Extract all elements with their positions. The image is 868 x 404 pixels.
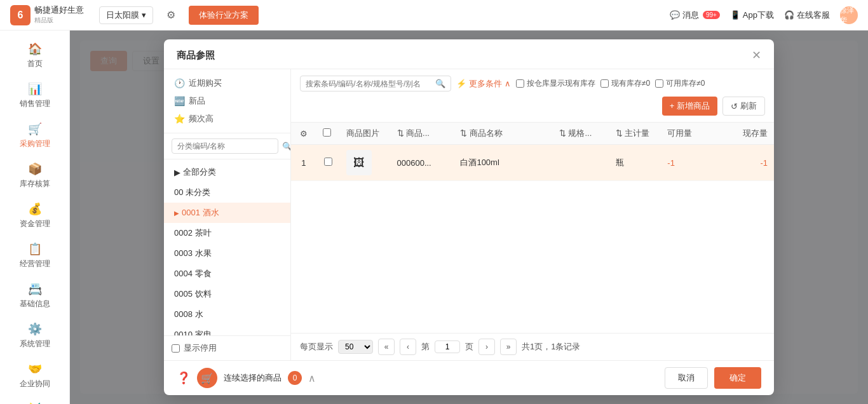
quick-new[interactable]: 🆕 新品: [172, 92, 283, 110]
warehouse-checkbox[interactable]: [516, 79, 524, 88]
page-size-select[interactable]: 50 10 20 100: [338, 340, 373, 354]
cat-bottom: 显示停用: [164, 335, 290, 360]
sidebar-item-base-info[interactable]: 📇 基础信息: [0, 276, 69, 316]
add-product-button[interactable]: + 新增商品: [662, 97, 717, 116]
search-icon[interactable]: 🔍: [435, 79, 445, 88]
operations-icon: 📋: [28, 242, 42, 256]
sidebar-item-finance[interactable]: 💰 资金管理: [0, 196, 69, 236]
show-disabled-label[interactable]: 显示停用: [184, 342, 217, 354]
sidebar-item-enterprise[interactable]: 🤝 企业协同: [0, 356, 69, 396]
quick-filters: 🕐 近期购买 🆕 新品 ⭐ 频次高: [164, 69, 290, 133]
cat-unclassified[interactable]: 00 未分类: [164, 182, 290, 203]
frequent-icon: ⭐: [174, 114, 185, 124]
col-name[interactable]: ⇅ 商品名称: [454, 123, 552, 145]
col-stock[interactable]: 现存量: [717, 123, 774, 145]
sidebar-item-inventory[interactable]: 📦 库存核算: [0, 156, 69, 196]
cat-fruit[interactable]: 0003 水果: [164, 243, 290, 264]
row-no: 1: [291, 145, 316, 181]
category-search-input[interactable]: [172, 138, 278, 154]
top-nav: 6 畅捷通好生意 精品版 日太阳膜 ▾ ⚙ 体验行业方案 💬 消息 99+ 📱 …: [0, 0, 868, 30]
cat-all[interactable]: ▶ 全部分类: [164, 162, 290, 182]
nav-app-download[interactable]: 📱 App下载: [730, 10, 774, 21]
row-stock: -1: [717, 145, 774, 181]
product-panel: 🔍 ⚡ 更多条件 ∧ 按仓库显示现有库存: [291, 69, 774, 360]
nav-selector[interactable]: 日太阳膜 ▾: [99, 6, 153, 24]
trial-button[interactable]: 体验行业方案: [189, 6, 259, 25]
next-page-button[interactable]: ›: [478, 339, 495, 355]
row-spec: [553, 145, 609, 181]
first-page-button[interactable]: «: [378, 339, 395, 355]
collapse-footer-icon[interactable]: ∧: [308, 372, 316, 384]
col-unit[interactable]: ⇅ 主计量: [609, 123, 661, 145]
mobile-icon: 📱: [730, 10, 740, 20]
cat-liquor[interactable]: ▶ 0001 酒水: [164, 203, 290, 223]
quick-recent[interactable]: 🕐 近期购买: [172, 74, 283, 92]
product-table-body: 1 🖼 000600... 白酒100ml: [291, 145, 774, 181]
sidebar-item-sales[interactable]: 📊 销售管理: [0, 76, 69, 116]
close-icon[interactable]: ✕: [752, 48, 761, 62]
show-disabled-checkbox[interactable]: [172, 344, 180, 353]
row-code: 000600...: [391, 145, 454, 181]
available-filter[interactable]: 现有库存≠0: [600, 78, 650, 89]
filter-more-button[interactable]: ⚡ 更多条件 ∧: [456, 78, 511, 90]
sidebar-item-system[interactable]: ⚙️ 系统管理: [0, 316, 69, 356]
sidebar-item-purchase[interactable]: 🛒 采购管理: [0, 116, 69, 156]
nav-message[interactable]: 💬 消息 99+: [670, 10, 720, 21]
last-page-button[interactable]: »: [500, 339, 517, 355]
prev-page-button[interactable]: ‹: [400, 339, 416, 355]
select-all-checkbox[interactable]: [323, 128, 331, 137]
confirm-button[interactable]: 确定: [714, 367, 761, 389]
cat-water[interactable]: 0008 水: [164, 304, 290, 325]
message-badge: 99+: [703, 11, 720, 19]
sidebar-item-operations[interactable]: 📋 经营管理: [0, 236, 69, 276]
usable-filter[interactable]: 可用库存≠0: [655, 78, 705, 89]
cart-button[interactable]: 🛒: [197, 368, 217, 388]
available-checkbox[interactable]: [600, 79, 609, 88]
settings-icon[interactable]: ⚙: [161, 5, 181, 25]
sidebar-item-guide[interactable]: 🔰 新手引导: [0, 396, 69, 404]
recent-icon: 🕐: [174, 78, 185, 88]
warehouse-filter[interactable]: 按仓库显示现有库存: [516, 78, 595, 89]
sidebar-item-home[interactable]: 🏠 首页: [0, 36, 69, 76]
expand-icon: ▶: [174, 168, 180, 177]
col-code[interactable]: ⇅ 商品...: [391, 123, 454, 145]
col-available[interactable]: 可用量: [661, 123, 717, 145]
product-search-input[interactable]: [306, 79, 433, 88]
search-icon[interactable]: 🔍: [282, 142, 291, 151]
cat-snack[interactable]: 0004 零食: [164, 264, 290, 284]
chevron-down-icon: ▾: [142, 10, 146, 20]
cat-tea[interactable]: 0002 茶叶: [164, 223, 290, 243]
product-toolbar: 🔍 ⚡ 更多条件 ∧ 按仓库显示现有库存: [291, 69, 774, 123]
filter-icon: ⚡: [456, 79, 466, 88]
row-checkbox-cell: [316, 145, 340, 181]
nav-service[interactable]: 🎧 在线客服: [784, 10, 830, 21]
row-available: -1: [661, 145, 717, 181]
nav-user[interactable]: 徐泽华: [840, 6, 858, 24]
cat-appliance[interactable]: 0010 家电: [164, 325, 290, 335]
usable-checkbox[interactable]: [655, 79, 663, 88]
pagination-bar: 每页显示 50 10 20 100 « ‹ 第 页: [291, 333, 774, 360]
home-icon: 🏠: [28, 42, 42, 56]
row-checkbox[interactable]: [324, 158, 332, 166]
main-layout: 🏠 首页 📊 销售管理 🛒 采购管理 📦 库存核算 💰 资金管理 📋 经营管理 …: [0, 30, 868, 404]
nav-right: 💬 消息 99+ 📱 App下载 🎧 在线客服 徐泽华: [670, 6, 858, 24]
col-settings[interactable]: ⚙: [291, 123, 316, 145]
table-row[interactable]: 1 🖼 000600... 白酒100ml: [291, 145, 774, 181]
enterprise-icon: 🤝: [28, 362, 42, 376]
col-img: 商品图片: [340, 123, 391, 145]
quick-frequent[interactable]: ⭐ 频次高: [172, 110, 283, 128]
product-search-box: 🔍: [300, 76, 451, 91]
col-checkbox: [316, 123, 340, 145]
product-data-table: ⚙ 商品图片 ⇅ 商品... ⇅ 商品名称 ⇅ 规格... ⇅ 主计量 可用量: [291, 123, 774, 181]
cancel-button[interactable]: 取消: [665, 367, 708, 389]
refresh-button[interactable]: ↺ 刷新: [722, 97, 765, 116]
row-unit: 瓶: [609, 145, 661, 181]
content-area: 查询 设置 刷新 商品参照 ✕: [70, 30, 868, 404]
col-spec[interactable]: ⇅ 规格...: [553, 123, 609, 145]
help-icon[interactable]: ❓: [177, 371, 191, 385]
cat-drink[interactable]: 0005 饮料: [164, 284, 290, 304]
category-search: 🔍: [164, 133, 290, 159]
avatar: 徐泽华: [840, 6, 858, 24]
page-number-input[interactable]: [435, 340, 460, 353]
modal-footer: ❓ 🛒 连续选择的商品 0 ∧ 取消 确定: [164, 360, 774, 395]
